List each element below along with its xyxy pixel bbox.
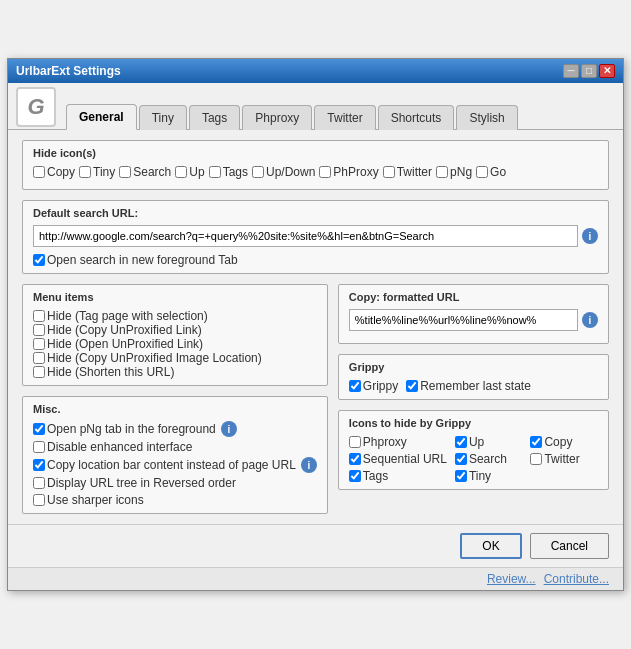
ig-checkbox-2[interactable] [530,436,542,448]
icons-grippy-grid: Phproxy Up Copy Sequential URL [349,435,598,483]
hide-twitter-checkbox[interactable] [383,166,395,178]
settings-window: UrlbarExt Settings ─ □ ✕ G General Tiny … [7,58,624,591]
hide-phproxy-checkbox[interactable] [319,166,331,178]
tab-general[interactable]: General [66,104,137,130]
ig-label-2: Copy [544,435,572,449]
menu-label-2: Hide (Open UnProxified Link) [47,337,203,351]
misc-label-3: Display URL tree in Reversed order [47,476,236,490]
search-url-input[interactable] [33,225,578,247]
hide-up-checkbox[interactable] [175,166,187,178]
ok-button[interactable]: OK [460,533,521,559]
misc-checkbox-0[interactable] [33,423,45,435]
maximize-button[interactable]: □ [581,64,597,78]
ig-checkbox-1[interactable] [455,436,467,448]
copy-url-info-button[interactable]: i [582,312,598,328]
menu-item-3: Hide (Copy UnProxified Image Location) [33,351,317,365]
bottom-bar: OK Cancel [8,524,623,567]
ig-checkbox-5[interactable] [530,453,542,465]
menu-label-3: Hide (Copy UnProxified Image Location) [47,351,262,365]
menu-checkbox-1[interactable] [33,324,45,336]
tab-twitter[interactable]: Twitter [314,105,375,130]
grippy-label-1: Remember last state [420,379,531,393]
tab-shortcuts[interactable]: Shortcuts [378,105,455,130]
tab-bar: G General Tiny Tags Phproxy Twitter Shor… [8,83,623,130]
misc-info-0[interactable]: i [221,421,237,437]
menu-checkbox-3[interactable] [33,352,45,364]
hide-go-item: Go [476,165,506,179]
tab-tags[interactable]: Tags [189,105,240,130]
search-url-row: i [33,225,598,247]
ig-item-6: Tags [349,469,447,483]
ig-checkbox-0[interactable] [349,436,361,448]
new-tab-label: Open search in new foreground Tab [47,253,238,267]
misc-checkbox-2[interactable] [33,459,45,471]
new-tab-checkbox[interactable] [33,254,45,266]
search-url-info-button[interactable]: i [582,228,598,244]
hide-tiny-label: Tiny [93,165,115,179]
ig-checkbox-4[interactable] [455,453,467,465]
hide-icons-section: Hide icon(s) Copy Tiny Search Up [22,140,609,190]
hide-search-checkbox[interactable] [119,166,131,178]
menu-item-1: Hide (Copy UnProxified Link) [33,323,317,337]
hide-tags-checkbox[interactable] [209,166,221,178]
tab-phproxy[interactable]: Phproxy [242,105,312,130]
tab-stylish[interactable]: Stylish [456,105,517,130]
hide-phproxy-label: PhProxy [333,165,378,179]
cancel-button[interactable]: Cancel [530,533,609,559]
menu-checkbox-4[interactable] [33,366,45,378]
misc-checkbox-3[interactable] [33,477,45,489]
review-link[interactable]: Review... [487,572,536,586]
misc-checkbox-4[interactable] [33,494,45,506]
close-button[interactable]: ✕ [599,64,615,78]
misc-info-2[interactable]: i [301,457,317,473]
misc-label-2: Copy location bar content instead of pag… [47,458,296,472]
ig-label-7: Tiny [469,469,491,483]
hide-copy-checkbox[interactable] [33,166,45,178]
ig-item-5: Twitter [530,452,598,466]
grippy-item-1: Remember last state [406,379,531,393]
contribute-link[interactable]: Contribute... [544,572,609,586]
misc-section: Misc. Open pNg tab in the foreground i D… [22,396,328,514]
ig-checkbox-7[interactable] [455,470,467,482]
hide-updown-checkbox[interactable] [252,166,264,178]
misc-title: Misc. [33,403,317,415]
hide-up-item: Up [175,165,204,179]
menu-checkbox-0[interactable] [33,310,45,322]
menu-label-0: Hide (Tag page with selection) [47,309,208,323]
hide-png-item: pNg [436,165,472,179]
ig-item-3: Sequential URL [349,452,447,466]
misc-label-4: Use sharper icons [47,493,144,507]
grippy-checkbox-0[interactable] [349,380,361,392]
ig-label-4: Search [469,452,507,466]
hide-go-label: Go [490,165,506,179]
menu-item-2: Hide (Open UnProxified Link) [33,337,317,351]
ig-checkbox-3[interactable] [349,453,361,465]
left-column: Menu items Hide (Tag page with selection… [22,284,328,514]
hide-go-checkbox[interactable] [476,166,488,178]
content-area: Hide icon(s) Copy Tiny Search Up [8,130,623,524]
hide-updown-item: Up/Down [252,165,315,179]
ig-checkbox-6[interactable] [349,470,361,482]
search-url-section: Default search URL: i Open search in new… [22,200,609,274]
ig-item-0: Phproxy [349,435,447,449]
copy-url-input[interactable] [349,309,578,331]
hide-png-checkbox[interactable] [436,166,448,178]
misc-checkbox-1[interactable] [33,441,45,453]
hide-search-label: Search [133,165,171,179]
grippy-section: Grippy Grippy Remember last state [338,354,609,400]
hide-png-label: pNg [450,165,472,179]
misc-item-0: Open pNg tab in the foreground i [33,421,317,437]
ig-label-6: Tags [363,469,388,483]
menu-checkbox-2[interactable] [33,338,45,350]
hide-copy-label: Copy [47,165,75,179]
hide-up-label: Up [189,165,204,179]
minimize-button[interactable]: ─ [563,64,579,78]
misc-item-4: Use sharper icons [33,493,317,507]
hide-tiny-checkbox[interactable] [79,166,91,178]
grippy-checkbox-1[interactable] [406,380,418,392]
hide-tiny-item: Tiny [79,165,115,179]
tab-tiny[interactable]: Tiny [139,105,187,130]
hide-updown-label: Up/Down [266,165,315,179]
hide-copy-item: Copy [33,165,75,179]
ig-label-3: Sequential URL [363,452,447,466]
